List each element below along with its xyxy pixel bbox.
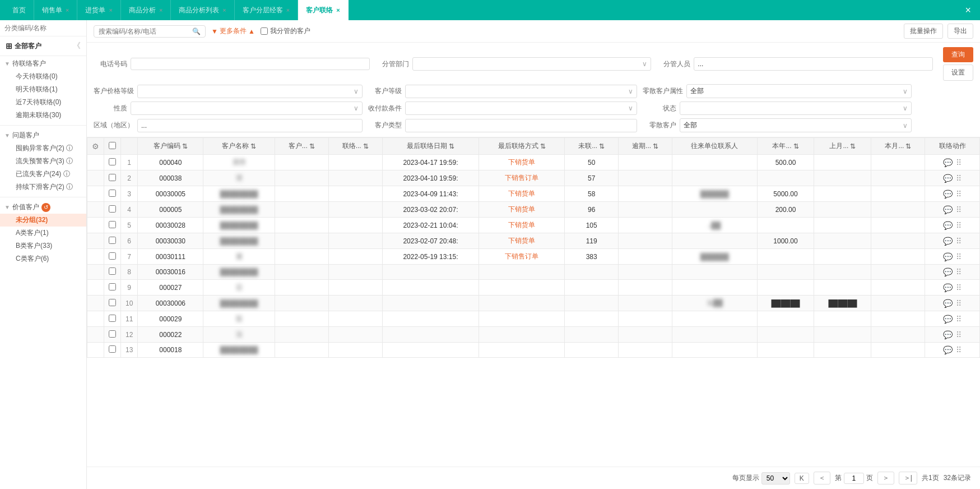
price-level-select[interactable]: ∨ bbox=[137, 85, 363, 98]
sidebar-item-unclassified[interactable]: 未分组(32) bbox=[0, 214, 86, 227]
export-button[interactable]: 导出 bbox=[948, 24, 973, 39]
chat-icon[interactable]: 💬 bbox=[943, 158, 953, 167]
qr-icon[interactable]: ⠿ bbox=[956, 252, 962, 261]
page-number-input[interactable] bbox=[844, 473, 864, 484]
contact-method-link[interactable]: 下销货单 bbox=[508, 205, 535, 213]
select-all-checkbox[interactable] bbox=[109, 142, 116, 149]
row-checkbox-11[interactable] bbox=[109, 330, 116, 338]
col-overdue-sort-icon[interactable]: ⇅ bbox=[653, 142, 658, 150]
dept-select[interactable]: ∨ bbox=[412, 57, 652, 71]
nav-tab-product-analysis-list[interactable]: 商品分析列表 × bbox=[171, 0, 234, 20]
filter-more-conditions[interactable]: ▼ 更多条件 ▲ bbox=[211, 26, 255, 36]
gear-icon[interactable]: ⚙ bbox=[92, 142, 99, 151]
col-this-year-sort-icon[interactable]: ⇅ bbox=[793, 142, 799, 150]
payment-select[interactable]: ∨ bbox=[405, 102, 637, 115]
filter-mine-checkbox[interactable] bbox=[261, 27, 268, 35]
row-checkbox-8[interactable] bbox=[109, 283, 116, 290]
sidebar-item-b-class[interactable]: B类客户(33) bbox=[0, 239, 86, 252]
col-type-sort-icon[interactable]: ⇅ bbox=[309, 142, 315, 150]
product-analysis-list-tab-close[interactable]: × bbox=[222, 7, 226, 13]
chat-icon[interactable]: 💬 bbox=[943, 299, 953, 308]
sidebar-group-pending-header[interactable]: ▼ 待联络客户 bbox=[0, 57, 86, 70]
sidebar-item-lost[interactable]: 已流失客户(24) ⓘ bbox=[0, 168, 86, 181]
qr-icon[interactable]: ⠿ bbox=[956, 190, 962, 199]
region-select[interactable]: ... bbox=[137, 119, 363, 132]
customer-contact-tab-close[interactable]: × bbox=[336, 7, 340, 13]
col-name-sort-icon[interactable]: ⇅ bbox=[250, 142, 256, 150]
qr-icon[interactable]: ⠿ bbox=[956, 174, 962, 183]
row-checkbox-7[interactable] bbox=[109, 267, 116, 275]
col-uncontacted-sort-icon[interactable]: ⇅ bbox=[599, 142, 605, 150]
row-checkbox-5[interactable] bbox=[109, 237, 116, 244]
contact-method-link[interactable]: 下销售订单 bbox=[505, 174, 538, 182]
close-window-button[interactable]: × bbox=[960, 4, 976, 16]
last-page-button[interactable]: ＞| bbox=[899, 472, 917, 485]
status-select[interactable]: ∨ bbox=[680, 102, 912, 115]
qr-icon[interactable]: ⠿ bbox=[956, 345, 962, 354]
row-checkbox-4[interactable] bbox=[109, 221, 116, 228]
col-this-month-sort-icon[interactable]: ⇅ bbox=[905, 142, 911, 150]
qr-icon[interactable]: ⠿ bbox=[956, 221, 962, 230]
chat-icon[interactable]: 💬 bbox=[943, 345, 953, 354]
sidebar-group-value-header[interactable]: ▼ 价值客户 ↺ bbox=[0, 201, 86, 214]
col-last-month-sort-icon[interactable]: ⇅ bbox=[850, 142, 856, 150]
sales-tab-close[interactable]: × bbox=[66, 7, 69, 13]
chat-icon[interactable]: 💬 bbox=[943, 205, 953, 214]
col-last-contact-date-sort-icon[interactable]: ⇅ bbox=[449, 142, 454, 150]
all-customers-header[interactable]: ⊞ 全部客户 bbox=[6, 41, 41, 51]
chat-icon[interactable]: 💬 bbox=[943, 221, 953, 230]
row-checkbox-10[interactable] bbox=[109, 315, 116, 322]
nature-select[interactable]: ∨ bbox=[131, 102, 363, 115]
col-code-sort-icon[interactable]: ⇅ bbox=[182, 142, 188, 150]
qr-icon[interactable]: ⠿ bbox=[956, 205, 962, 214]
batch-operations-button[interactable]: 批量操作 bbox=[904, 24, 943, 39]
qr-icon[interactable]: ⠿ bbox=[956, 299, 962, 308]
col-last-contact-method-sort-icon[interactable]: ⇅ bbox=[540, 142, 546, 150]
row-checkbox-1[interactable] bbox=[109, 174, 116, 181]
contact-method-link[interactable]: 下销货单 bbox=[508, 221, 535, 229]
retail-customer-select[interactable]: 全部∨ bbox=[680, 118, 912, 132]
contact-method-link[interactable]: 下销货单 bbox=[508, 158, 535, 166]
contact-method-link[interactable]: 下销货单 bbox=[508, 190, 535, 197]
sidebar-item-today-pending[interactable]: 今天待联络(0) bbox=[0, 70, 86, 83]
per-page-select[interactable]: 50 100 200 bbox=[761, 472, 790, 485]
chat-icon[interactable]: 💬 bbox=[943, 174, 953, 183]
sidebar-collapse-button[interactable]: 《 bbox=[73, 41, 81, 51]
qr-icon[interactable]: ⠿ bbox=[956, 267, 962, 276]
next-page-button[interactable]: ＞ bbox=[877, 472, 894, 485]
filter-search-input[interactable] bbox=[99, 27, 192, 35]
sidebar-group-problem-header[interactable]: ▼ 问题客户 bbox=[0, 129, 86, 142]
chat-icon[interactable]: 💬 bbox=[943, 252, 953, 261]
purchase-tab-close[interactable]: × bbox=[109, 7, 112, 13]
qr-icon[interactable]: ⠿ bbox=[956, 315, 962, 324]
row-checkbox-3[interactable] bbox=[109, 205, 116, 213]
qr-icon[interactable]: ⠿ bbox=[956, 237, 962, 246]
sidebar-item-c-class[interactable]: C类客户(6) bbox=[0, 252, 86, 265]
phone-input[interactable] bbox=[131, 58, 370, 70]
chat-icon[interactable]: 💬 bbox=[943, 283, 953, 292]
qr-icon[interactable]: ⠿ bbox=[956, 330, 962, 339]
nav-tab-customer-segment[interactable]: 客户分层经客 × bbox=[235, 0, 298, 20]
chat-icon[interactable]: 💬 bbox=[943, 315, 953, 324]
sidebar-item-abnormal[interactable]: 囤购异常客户(2) ⓘ bbox=[0, 142, 86, 155]
row-checkbox-0[interactable] bbox=[109, 158, 116, 165]
sidebar-item-warning[interactable]: 流失预警客户(3) ⓘ bbox=[0, 155, 86, 168]
qr-icon[interactable]: ⠿ bbox=[956, 158, 962, 167]
nav-tab-customer-contact[interactable]: 客户联络 × bbox=[298, 0, 348, 20]
row-checkbox-6[interactable] bbox=[109, 252, 116, 260]
sidebar-item-a-class[interactable]: A类客户(1) bbox=[0, 227, 86, 239]
sidebar-item-tomorrow-pending[interactable]: 明天待联络(1) bbox=[0, 83, 86, 96]
chat-icon[interactable]: 💬 bbox=[943, 190, 953, 199]
customer-segment-tab-close[interactable]: × bbox=[286, 7, 290, 13]
row-checkbox-12[interactable] bbox=[109, 345, 116, 353]
customer-type-select[interactable] bbox=[405, 119, 637, 132]
qr-icon[interactable]: ⠿ bbox=[956, 283, 962, 292]
nav-tab-purchase[interactable]: 进货单 × bbox=[77, 0, 120, 20]
query-button[interactable]: 查询 bbox=[943, 47, 973, 62]
sidebar-item-overdue-pending[interactable]: 逾期未联络(30) bbox=[0, 109, 86, 122]
reset-button[interactable]: 设置 bbox=[943, 64, 973, 81]
nav-tab-product-analysis[interactable]: 商品分析 × bbox=[121, 0, 171, 20]
row-checkbox-2[interactable] bbox=[109, 190, 116, 197]
filter-search-icon[interactable]: 🔍 bbox=[192, 27, 201, 35]
prev-page-button[interactable]: ＜ bbox=[814, 472, 830, 485]
